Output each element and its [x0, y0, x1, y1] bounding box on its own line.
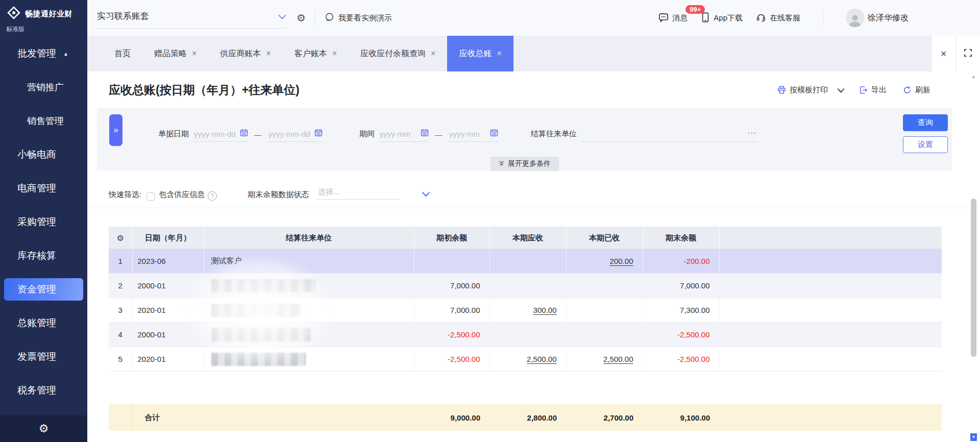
messages-label: 消息: [672, 13, 688, 23]
settings-button[interactable]: 设置: [903, 136, 948, 153]
period-label: 期间: [359, 129, 375, 139]
tab-2[interactable]: 供应商账本×: [208, 36, 282, 71]
collapse-filter-button[interactable]: »: [109, 114, 122, 146]
more-options-icon[interactable]: ⋯: [747, 133, 757, 135]
sidebar-item-8[interactable]: 总账管理: [0, 306, 87, 340]
cell-ending: -2,500.00: [643, 347, 719, 372]
calendar-icon[interactable]: [421, 129, 429, 139]
help-question-icon[interactable]: ?: [208, 191, 217, 201]
table-row-3[interactable]: 32020-017,000.00300.007,300.00: [109, 298, 942, 323]
row-number: 5: [109, 347, 132, 372]
include-supplier-checkbox[interactable]: [146, 192, 155, 201]
table-row-4[interactable]: 42000-01-2,500.00-2,500.00: [109, 323, 942, 347]
table-row-1[interactable]: 12023-06测试客户200.00-200.00: [109, 249, 942, 274]
col-opening[interactable]: 期初余额: [414, 227, 489, 249]
app-download-label: App下载: [714, 13, 743, 23]
col-received[interactable]: 本期已收: [566, 227, 643, 249]
export-label: 导出: [871, 85, 887, 95]
tab-close-icon[interactable]: ×: [332, 49, 337, 58]
app-name: 畅捷通好业财: [25, 9, 72, 19]
partner-input[interactable]: [581, 129, 736, 139]
close-tabs-button[interactable]: ×: [931, 36, 955, 71]
account-selector[interactable]: 实习联系账套: [97, 7, 286, 29]
calendar-icon[interactable]: [314, 129, 323, 139]
row-number: 3: [109, 298, 132, 323]
query-button[interactable]: 查询: [903, 114, 948, 131]
tab-5[interactable]: 应收总账×: [447, 36, 513, 71]
ledger-table: ⚙ 日期（年月） 结算往来单位 期初余额 本期应收 本期已收 期末余额 1202…: [109, 227, 942, 372]
logo-block: 畅捷通好业财 标准版: [0, 0, 87, 36]
messages-button[interactable]: 消息 99+: [658, 12, 688, 24]
sidebar-item-label: 批发管理: [17, 47, 56, 60]
scroll-up-arrow[interactable]: ▲: [970, 74, 977, 79]
tab-bar: 首页赠品策略×供应商账本×客户账本×应收应付余额查询×应收总账× ×: [87, 36, 980, 71]
ending-status-select[interactable]: 选择...: [316, 187, 429, 200]
col-receivable[interactable]: 本期应收: [489, 227, 566, 249]
chevron-down-icon: [837, 86, 844, 93]
expand-more-conditions-button[interactable]: 展开更多条件: [490, 157, 559, 171]
partner-label: 结算往来单位: [531, 129, 577, 139]
col-date[interactable]: 日期（年月）: [132, 227, 204, 249]
sidebar-item-0[interactable]: 批发管理▲: [0, 37, 87, 70]
settings-gear-icon[interactable]: ⚙: [39, 423, 49, 434]
range-dash: —: [254, 131, 261, 139]
period-to-input[interactable]: [448, 129, 490, 139]
sidebar-item-7[interactable]: 资金管理: [4, 278, 83, 301]
print-label: 按模板打印: [790, 85, 828, 95]
period-from-input[interactable]: [379, 129, 421, 139]
headset-icon: [756, 12, 766, 24]
online-support-button[interactable]: 在线客服: [756, 12, 800, 24]
tab-close-icon[interactable]: ×: [266, 49, 271, 58]
cell-receivable[interactable]: 2,500.00: [489, 347, 566, 372]
sidebar-item-10[interactable]: 税务管理: [0, 374, 87, 407]
cell-received[interactable]: 200.00: [566, 249, 643, 274]
cell-customer: [204, 298, 414, 323]
sidebar-item-9[interactable]: 发票管理: [0, 340, 87, 374]
sidebar-item-label: 销售管理: [27, 115, 64, 127]
total-receivable: 2,800.00: [489, 404, 566, 431]
tab-close-icon[interactable]: ×: [431, 49, 435, 58]
cell-receivable[interactable]: 300.00: [489, 298, 566, 323]
refresh-button[interactable]: 刷新: [903, 85, 930, 95]
sidebar-item-3[interactable]: 小畅电商: [0, 138, 87, 171]
demo-link[interactable]: 我要看实例演示: [325, 12, 392, 23]
sidebar-item-6[interactable]: 库存核算: [0, 239, 87, 273]
sidebar-item-2[interactable]: 销售管理: [0, 104, 87, 138]
sidebar-item-1[interactable]: 营销推广: [0, 70, 87, 104]
table-row-2[interactable]: 22000-017,000.007,000.00: [109, 274, 942, 298]
column-settings-button[interactable]: ⚙: [109, 227, 132, 249]
tab-close-icon[interactable]: ×: [192, 49, 197, 58]
app-download-button[interactable]: App下载: [701, 12, 743, 24]
fullscreen-button[interactable]: [955, 36, 980, 71]
top-bar: 实习联系账套 ⚙ 我要看实例演示 消息 99+ App下载: [87, 0, 980, 36]
col-ending[interactable]: 期末余额: [643, 227, 719, 249]
tab-1[interactable]: 赠品策略×: [142, 36, 208, 71]
print-by-template-button[interactable]: 按模板打印: [777, 85, 843, 95]
sidebar-item-4[interactable]: 电商管理: [0, 171, 87, 205]
period-to-field: [448, 129, 498, 142]
tab-0[interactable]: 首页: [103, 36, 142, 71]
calendar-icon[interactable]: [240, 129, 248, 139]
cell-date: 2000-01: [132, 274, 204, 298]
tabs-container: 首页赠品策略×供应商账本×客户账本×应收应付余额查询×应收总账×: [103, 36, 513, 71]
quick-filter-row: 快速筛选: 包含供应信息 ? 期末余额数据状态 选择...: [87, 187, 980, 208]
doc-date-to-input[interactable]: [267, 129, 314, 139]
cell-received: [566, 323, 643, 347]
cell-received[interactable]: 2,500.00: [566, 347, 643, 372]
doc-date-from-input[interactable]: [193, 129, 240, 139]
tab-3[interactable]: 客户账本×: [283, 36, 349, 71]
table-row-5[interactable]: 52020-01-2,500.002,500.002,500.00-2,500.…: [109, 347, 942, 372]
sidebar-item-5[interactable]: 采购管理: [0, 205, 87, 239]
calendar-icon[interactable]: [490, 129, 498, 139]
col-partner[interactable]: 结算往来单位: [204, 227, 414, 249]
scrollbar-thumb[interactable]: [971, 199, 976, 357]
tab-close-icon[interactable]: ×: [497, 49, 501, 58]
account-name: 实习联系账套: [97, 10, 149, 22]
tab-4[interactable]: 应收应付余额查询×: [349, 36, 447, 71]
export-button[interactable]: 导出: [859, 85, 887, 95]
user-menu[interactable]: 徐泽华修改: [846, 9, 909, 27]
sidebar-item-label: 库存核算: [17, 249, 56, 262]
brand-logo-icon: [6, 5, 21, 22]
account-settings-gear-icon[interactable]: ⚙: [297, 12, 306, 24]
scroll-down-arrow[interactable]: ▼: [970, 433, 977, 441]
